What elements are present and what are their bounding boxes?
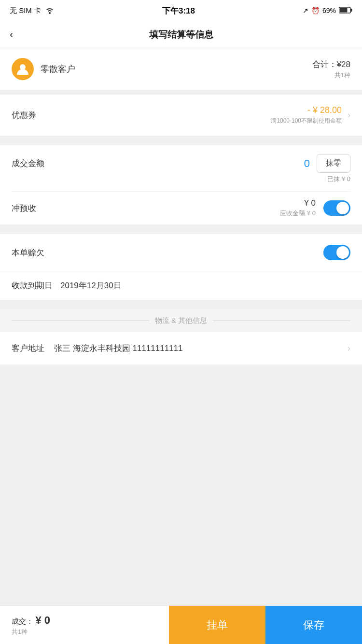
battery-icon bbox=[339, 6, 352, 15]
content-area: 零散客户 合计：¥28 共1种 优惠券 - ¥ 28.00 满1000-100不… bbox=[0, 48, 362, 413]
wifi-icon bbox=[45, 6, 55, 15]
address-chevron-icon: › bbox=[348, 343, 350, 353]
bottom-count: 共1种 bbox=[12, 628, 157, 636]
customer-left: 零散客户 bbox=[12, 58, 75, 80]
pending-button[interactable]: 挂单 bbox=[169, 606, 265, 644]
total-amount: 合计：¥28 bbox=[312, 59, 350, 70]
debt-toggle-thumb bbox=[336, 246, 349, 259]
prepay-row: 冲预收 ¥ 0 应收金额 ¥ 0 bbox=[12, 192, 350, 224]
prepay-amount: ¥ 0 bbox=[280, 198, 316, 208]
coupon-description: 满1000-100不限制使用金额 bbox=[271, 117, 342, 125]
person-icon bbox=[16, 62, 29, 76]
prepay-toggle[interactable] bbox=[323, 200, 350, 216]
amount-section: 成交金额 0 抹零 已抹 ¥ 0 bbox=[0, 145, 362, 191]
prepay-label: 冲预收 bbox=[12, 203, 36, 214]
alarm-icon: ⏰ bbox=[311, 7, 320, 14]
address-section[interactable]: 客户地址 张三 海淀永丰科技园 11111111111 › bbox=[0, 332, 362, 364]
coupon-value-right: - ¥ 28.00 满1000-100不限制使用金额 bbox=[271, 105, 342, 125]
status-left: 无 SIM 卡 bbox=[10, 6, 55, 15]
coupon-value-area: - ¥ 28.00 满1000-100不限制使用金额 › bbox=[271, 105, 350, 125]
logistics-header: 物流 & 其他信息 bbox=[0, 309, 362, 332]
round-button[interactable]: 抹零 bbox=[317, 154, 350, 173]
transaction-section: 成交金额 0 抹零 已抹 ¥ 0 冲预收 ¥ 0 应收金额 ¥ 0 bbox=[0, 145, 362, 224]
debt-section: 本单赊欠 收款到期日 2019年12月30日 bbox=[0, 234, 362, 300]
status-bar: 无 SIM 卡 下午3:18 ↗ ⏰ 69% bbox=[0, 0, 362, 21]
customer-section: 零散客户 合计：¥28 共1种 bbox=[0, 48, 362, 90]
amount-sub-label: 已抹 ¥ 0 bbox=[12, 175, 350, 191]
prepay-receivable: 应收金额 ¥ 0 bbox=[280, 209, 316, 218]
amount-row: 成交金额 0 抹零 bbox=[12, 145, 350, 175]
customer-right: 合计：¥28 共1种 bbox=[312, 59, 350, 80]
customer-name: 零散客户 bbox=[41, 63, 75, 75]
svg-rect-2 bbox=[339, 8, 347, 12]
separator-2 bbox=[0, 229, 362, 234]
coupon-label: 优惠券 bbox=[12, 110, 36, 121]
nav-bar: ‹ 填写结算等信息 bbox=[0, 21, 362, 48]
address-label: 客户地址 bbox=[12, 343, 44, 354]
svg-rect-1 bbox=[350, 9, 352, 12]
bottom-deal-label: 成交： bbox=[12, 617, 33, 625]
debt-row: 本单赊欠 bbox=[0, 234, 362, 271]
location-icon: ↗ bbox=[303, 7, 308, 14]
status-right: ↗ ⏰ 69% bbox=[303, 6, 352, 15]
coupon-row[interactable]: 优惠券 - ¥ 28.00 满1000-100不限制使用金额 › bbox=[0, 95, 362, 136]
bottom-info: 成交： ¥ 0 共1种 bbox=[0, 614, 169, 636]
status-time: 下午3:18 bbox=[162, 5, 195, 16]
address-row[interactable]: 客户地址 张三 海淀永丰科技园 11111111111 › bbox=[0, 332, 362, 364]
due-date-row: 收款到期日 2019年12月30日 bbox=[0, 271, 362, 300]
customer-avatar bbox=[12, 58, 34, 80]
bottom-spacer bbox=[0, 369, 362, 413]
logistics-line-left bbox=[12, 321, 149, 321]
amount-value[interactable]: 0 bbox=[295, 157, 310, 170]
chevron-right-icon: › bbox=[348, 110, 350, 120]
customer-row: 零散客户 合计：¥28 共1种 bbox=[0, 48, 362, 90]
amount-input-area: 0 抹零 bbox=[295, 154, 350, 173]
total-count: 共1种 bbox=[312, 71, 350, 80]
prepay-right: ¥ 0 应收金额 ¥ 0 bbox=[280, 198, 350, 218]
coupon-section[interactable]: 优惠券 - ¥ 28.00 满1000-100不限制使用金额 › bbox=[0, 95, 362, 136]
debt-toggle[interactable] bbox=[323, 245, 350, 260]
save-button[interactable]: 保存 bbox=[265, 606, 362, 644]
due-date-label: 收款到期日 bbox=[12, 280, 53, 291]
toggle-thumb bbox=[336, 202, 349, 214]
bottom-deal-amount: ¥ 0 bbox=[35, 614, 50, 626]
separator-3 bbox=[0, 305, 362, 309]
battery-label: 69% bbox=[322, 7, 336, 14]
amount-label: 成交金额 bbox=[12, 158, 44, 169]
address-value: 张三 海淀永丰科技园 11111111111 bbox=[54, 343, 348, 354]
prepay-section: 冲预收 ¥ 0 应收金额 ¥ 0 bbox=[0, 192, 362, 224]
coupon-discount: - ¥ 28.00 bbox=[271, 105, 342, 115]
prepay-amount-area: ¥ 0 应收金额 ¥ 0 bbox=[280, 198, 316, 218]
bottom-bar: 成交： ¥ 0 共1种 挂单 保存 bbox=[0, 605, 362, 644]
back-button[interactable]: ‹ bbox=[10, 28, 13, 41]
due-date-value: 2019年12月30日 bbox=[60, 280, 122, 291]
logistics-line-right bbox=[213, 321, 350, 321]
page-title: 填写结算等信息 bbox=[149, 28, 213, 41]
logistics-title: 物流 & 其他信息 bbox=[155, 316, 207, 325]
bottom-deal-row: 成交： ¥ 0 bbox=[12, 614, 157, 627]
debt-label: 本单赊欠 bbox=[12, 247, 44, 258]
separator-1 bbox=[0, 140, 362, 145]
no-sim-label: 无 SIM 卡 bbox=[10, 6, 41, 15]
